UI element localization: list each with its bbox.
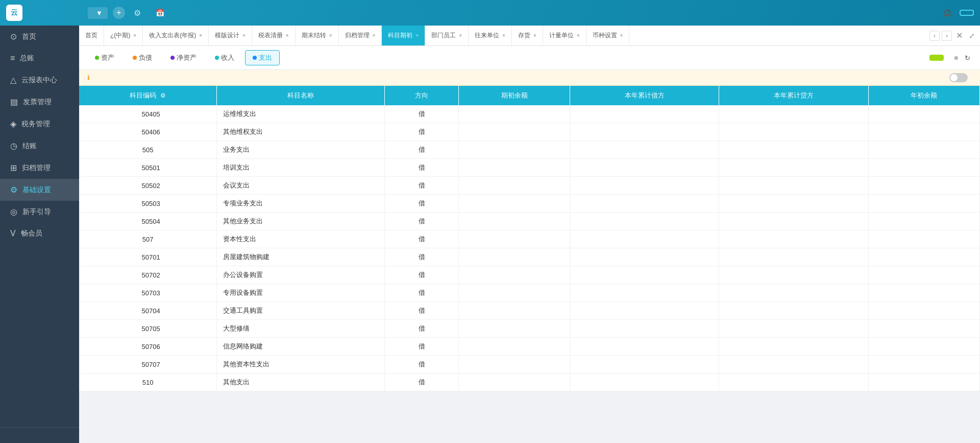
table-row[interactable]: 50703 专用设备购置 借 bbox=[79, 284, 980, 302]
sidebar-item-invoice[interactable]: ▤发票管理 bbox=[0, 91, 79, 113]
cell-direction-5: 借 bbox=[385, 195, 459, 213]
tab-close-template[interactable]: × bbox=[242, 33, 246, 38]
calendar-icon[interactable]: 📅 bbox=[156, 9, 164, 17]
tab-income[interactable]: 收入支出表(年报)× bbox=[143, 26, 209, 46]
sidebar-item-home[interactable]: ⊙首页 bbox=[0, 26, 79, 48]
add-org-button[interactable]: + bbox=[113, 7, 125, 19]
sidebar-item-settings[interactable]: ⚙基础设置 bbox=[0, 179, 79, 201]
tab-period_end[interactable]: 期末结转× bbox=[296, 26, 339, 46]
sub-tab-liability[interactable]: 负债 bbox=[125, 50, 160, 65]
sidebar-item-member[interactable]: V畅会员 bbox=[0, 223, 79, 244]
table-row[interactable]: 50502 会议支出 借 bbox=[79, 177, 980, 195]
more-actions-button[interactable]: ≡ bbox=[954, 54, 960, 62]
cell-code-14: 50707 bbox=[79, 356, 217, 374]
cell-debit-1 bbox=[570, 123, 719, 141]
sub-tab-income[interactable]: 收入 bbox=[207, 50, 242, 65]
cell-name-10: 专用设备购置 bbox=[217, 284, 385, 302]
tab-next-button[interactable]: › bbox=[942, 31, 952, 41]
disabled-subject-toggle[interactable] bbox=[949, 73, 968, 82]
tab-interim[interactable]: ¿(中期)× bbox=[104, 26, 143, 46]
cell-name-8: 房屋建筑物购建 bbox=[217, 248, 385, 266]
table-row[interactable]: 50706 信息网络购建 借 bbox=[79, 338, 980, 356]
cell-balance-7 bbox=[458, 230, 570, 248]
table-row[interactable]: 50704 交通工具购置 借 bbox=[79, 302, 980, 320]
column-settings-icon[interactable]: ⚙ bbox=[160, 92, 166, 99]
table-row[interactable]: 50701 房屋建筑物购建 借 bbox=[79, 248, 980, 266]
cell-debit-9 bbox=[570, 266, 719, 284]
sub-tab-dot-expenditure bbox=[253, 56, 257, 60]
sub-tab-label-liability: 负债 bbox=[139, 53, 152, 62]
sidebar-label-settings: 基础设置 bbox=[22, 185, 51, 195]
table-row[interactable]: 50504 其他业务支出 借 bbox=[79, 213, 980, 230]
tab-close-contacts[interactable]: × bbox=[502, 33, 505, 38]
table-row[interactable]: 505 业务支出 借 bbox=[79, 141, 980, 159]
pin-sidebar-button[interactable] bbox=[0, 427, 79, 438]
sub-tab-label-income: 收入 bbox=[221, 53, 234, 62]
sub-tab-asset[interactable]: 资产 bbox=[87, 50, 122, 65]
cell-credit-7 bbox=[719, 230, 868, 248]
tab-label-template: 模版设计 bbox=[215, 31, 239, 40]
table-row[interactable]: 50406 其他维权支出 借 bbox=[79, 123, 980, 141]
tab-department[interactable]: 部门员工× bbox=[425, 26, 469, 46]
table-row[interactable]: 510 其他支出 借 bbox=[79, 374, 980, 391]
tab-close-period_end[interactable]: × bbox=[329, 33, 332, 38]
tab-tax[interactable]: 税表清册× bbox=[252, 26, 296, 46]
table-area: 科目编码 ⚙科目名称方向期初余额本年累计借方本年累计贷方年初余额 50405 运… bbox=[79, 86, 980, 443]
tab-home[interactable]: 首页 bbox=[79, 26, 104, 46]
table-row[interactable]: 50503 专项业务支出 借 bbox=[79, 195, 980, 213]
sub-tab-label-expenditure: 支出 bbox=[259, 53, 272, 62]
refresh-button[interactable]: ↻ bbox=[965, 54, 972, 62]
cell-year-balance-7 bbox=[868, 230, 979, 248]
account-button[interactable] bbox=[960, 10, 974, 16]
tab-unit[interactable]: 计量单位× bbox=[543, 26, 586, 46]
cell-debit-5 bbox=[570, 195, 719, 213]
tab-close-department[interactable]: × bbox=[459, 33, 462, 38]
tab-archive[interactable]: 归档管理× bbox=[339, 26, 382, 46]
consult-button[interactable]: 🎧 bbox=[943, 9, 953, 17]
expand-tab-button[interactable]: ⤢ bbox=[967, 32, 977, 40]
sub-tabs-container: 资产负债净资产收入支出 bbox=[87, 50, 280, 65]
sub-tab-net_asset[interactable]: 净资产 bbox=[163, 50, 204, 65]
cell-name-4: 会议支出 bbox=[217, 177, 385, 195]
tab-subject_period[interactable]: 科目期初× bbox=[382, 26, 425, 46]
cell-name-2: 业务支出 bbox=[217, 141, 385, 159]
sidebar-item-report[interactable]: △云报表中心 bbox=[0, 69, 79, 91]
tab-close-archive[interactable]: × bbox=[373, 33, 376, 38]
sidebar-item-archive[interactable]: ⊞归档管理 bbox=[0, 157, 79, 179]
tab-prev-button[interactable]: ‹ bbox=[929, 31, 940, 41]
tab-inventory[interactable]: 存货× bbox=[512, 26, 543, 46]
tab-close-unit[interactable]: × bbox=[577, 33, 580, 38]
tab-currency[interactable]: 币种设置× bbox=[586, 26, 630, 46]
tab-close-currency[interactable]: × bbox=[620, 33, 623, 38]
tab-close-subject_period[interactable]: × bbox=[415, 33, 419, 38]
tab-close-inventory[interactable]: × bbox=[533, 33, 536, 38]
table-row[interactable]: 50705 大型修缮 借 bbox=[79, 320, 980, 338]
table-row[interactable]: 507 资本性支出 借 bbox=[79, 230, 980, 248]
cell-debit-0 bbox=[570, 105, 719, 123]
table-row[interactable]: 50405 运维维支出 借 bbox=[79, 105, 980, 123]
cell-year-balance-0 bbox=[868, 105, 979, 123]
sidebar-item-close[interactable]: ◷结账 bbox=[0, 135, 79, 157]
tab-label-currency: 币种设置 bbox=[593, 31, 617, 40]
cell-credit-2 bbox=[719, 141, 868, 159]
cell-balance-3 bbox=[458, 159, 570, 177]
settings-icon[interactable]: ⚙ bbox=[130, 6, 144, 20]
table-row[interactable]: 50707 其他资本性支出 借 bbox=[79, 356, 980, 374]
cell-balance-15 bbox=[458, 374, 570, 391]
sidebar-item-guide[interactable]: ◎新手引导 bbox=[0, 201, 79, 223]
table-row[interactable]: 50702 办公设备购置 借 bbox=[79, 266, 980, 284]
cell-direction-3: 借 bbox=[385, 159, 459, 177]
calc-balance-button[interactable] bbox=[929, 55, 944, 61]
org-selector[interactable]: ▼ bbox=[88, 7, 108, 19]
tab-template[interactable]: 模版设计× bbox=[209, 26, 252, 46]
table-row[interactable]: 50501 培训支出 借 bbox=[79, 159, 980, 177]
tab-close-interim[interactable]: × bbox=[133, 33, 136, 38]
tab-close-tax[interactable]: × bbox=[286, 33, 289, 38]
sidebar-item-tax[interactable]: ◈税务管理 bbox=[0, 113, 79, 135]
sub-tab-expenditure[interactable]: 支出 bbox=[245, 50, 280, 65]
sidebar-item-ledger[interactable]: ≡总账 bbox=[0, 48, 79, 69]
tab-contacts[interactable]: 往来单位× bbox=[469, 26, 512, 46]
close-all-tabs-button[interactable]: ✕ bbox=[954, 31, 965, 40]
th-3: 期初余额 bbox=[458, 86, 570, 105]
tab-close-income[interactable]: × bbox=[199, 33, 202, 38]
